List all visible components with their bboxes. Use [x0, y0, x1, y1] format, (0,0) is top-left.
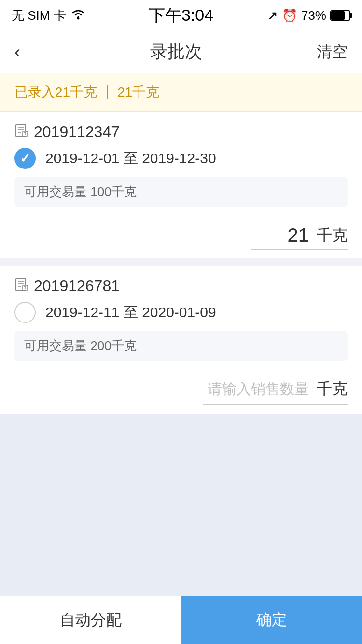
batch-id-row-1: 2019112347: [14, 123, 348, 141]
empty-area: [0, 414, 362, 607]
content-wrapper: 已录入21千克 21千克 2019112347: [0, 73, 362, 607]
batch-item-1: 2019112347 2019-12-01 至 2019-12-30 可用交易量…: [0, 112, 362, 258]
nav-bar: ‹ 录批次 清空: [0, 31, 362, 73]
quantity-input-unit: 千克: [317, 378, 348, 400]
batch-id-1: 2019112347: [34, 123, 120, 141]
input-underline-2: [203, 404, 348, 405]
section-divider: [0, 258, 362, 266]
batch-id-row-2: 2019126781: [14, 277, 348, 295]
wifi-icon: [71, 8, 85, 23]
radio-button-1[interactable]: [14, 148, 36, 169]
location-icon: ↗: [267, 8, 278, 23]
radio-button-2[interactable]: [14, 302, 36, 323]
batch-doc-icon-1: [14, 123, 29, 141]
page-title: 录批次: [43, 40, 309, 64]
available-box-1: 可用交易量 100千克: [14, 177, 348, 207]
recorded-amount: 已录入21千克: [14, 83, 97, 101]
status-right: ↗ ⏰ 73%: [267, 8, 350, 23]
svg-point-0: [77, 17, 79, 19]
batch-id-2: 2019126781: [34, 277, 120, 295]
status-bar: 无 SIM 卡 下午3:04 ↗ ⏰ 73%: [0, 0, 362, 31]
quantity-underline-1: [251, 249, 348, 250]
carrier-text: 无 SIM 卡: [12, 7, 66, 24]
batch-item-2: 2019126781 2019-12-11 至 2020-01-09 可用交易量…: [0, 266, 362, 414]
battery-icon: [330, 10, 350, 21]
back-button[interactable]: ‹: [14, 42, 43, 62]
batch-date-row-1[interactable]: 2019-12-01 至 2019-12-30: [14, 148, 348, 169]
quantity-input-placeholder[interactable]: 请输入销售数量: [208, 379, 309, 399]
confirm-button[interactable]: 确定: [181, 596, 362, 644]
status-left: 无 SIM 卡: [12, 7, 85, 24]
batch-date-2: 2019-12-11 至 2020-01-09: [45, 303, 216, 322]
bottom-bar: 自动分配 确定: [0, 596, 362, 644]
clear-button[interactable]: 清空: [309, 42, 348, 63]
available-box-2: 可用交易量 200千克: [14, 331, 348, 361]
quantity-unit-1: 千克: [317, 225, 348, 246]
total-amount: 21千克: [117, 83, 159, 101]
status-time: 下午3:04: [149, 4, 213, 27]
alarm-icon: ⏰: [282, 8, 297, 23]
quantity-value-1: 21: [288, 224, 309, 246]
battery-percent: 73%: [301, 8, 326, 23]
summary-bar: 已录入21千克 21千克: [0, 73, 362, 112]
summary-divider: [107, 85, 108, 99]
batch-date-row-2[interactable]: 2019-12-11 至 2020-01-09: [14, 302, 348, 323]
quantity-row-1: 21 千克: [0, 217, 362, 246]
input-row-2[interactable]: 请输入销售数量 千克: [0, 371, 362, 400]
batch-date-1: 2019-12-01 至 2019-12-30: [45, 149, 216, 168]
batch-doc-icon-2: [14, 277, 29, 295]
auto-distribute-button[interactable]: 自动分配: [0, 596, 181, 644]
